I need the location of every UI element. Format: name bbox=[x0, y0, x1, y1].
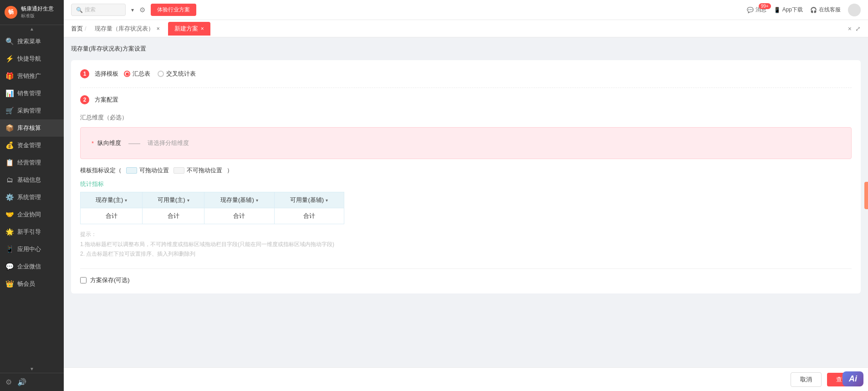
tab-new-scheme-label: 新建方案 bbox=[174, 25, 198, 33]
sidebar-item-label: 基础信息 bbox=[17, 176, 41, 184]
template-radio-group: 汇总表 交叉统计表 bbox=[124, 70, 196, 78]
col-chevron-3: ▾ bbox=[326, 198, 328, 203]
sidebar-item-member[interactable]: 👑 畅会员 bbox=[0, 275, 64, 293]
sidebar-item-management[interactable]: 📋 经营管理 bbox=[0, 154, 64, 171]
col-label-1: 可用量(主) bbox=[158, 196, 185, 204]
sidebar-item-sales[interactable]: 📊 销售管理 bbox=[0, 85, 64, 102]
scroll-up-arrow[interactable]: ▲ bbox=[30, 26, 34, 31]
sidebar-nav: 🔍 搜索菜单 ⚡ 快捷导航 🎁 营销推广 📊 销售管理 🛒 采购管理 📦 库存核… bbox=[0, 33, 64, 365]
tip-title: 提示： bbox=[80, 230, 852, 240]
scroll-down-arrow[interactable]: ▼ bbox=[30, 366, 34, 371]
search-placeholder: 搜索 bbox=[85, 6, 96, 14]
settings-icon[interactable]: ⚙ bbox=[5, 378, 12, 386]
col-header-1[interactable]: 可用量(主) ▾ bbox=[143, 192, 204, 208]
sidebar-item-system[interactable]: ⚙️ 系统管理 bbox=[0, 189, 64, 206]
sidebar-item-search[interactable]: 🔍 搜索菜单 bbox=[0, 33, 64, 50]
search-icon: 🔍 bbox=[76, 7, 83, 13]
tips-section: 提示： 1.拖动标题栏可以调整布局，不可跨维度或指标区域拖动栏目字段(只能在同一… bbox=[80, 230, 852, 259]
app-name: 畅康通好生意 bbox=[21, 5, 54, 13]
cell-0-2: 合计 bbox=[204, 208, 274, 224]
topbar-dropdown[interactable]: ▾ bbox=[131, 7, 134, 13]
tab-home[interactable]: 首页 bbox=[71, 25, 83, 33]
radio-cross-circle bbox=[158, 71, 164, 77]
summary-dimension-label: 汇总维度（必选） bbox=[80, 114, 128, 121]
summary-dimension-title: 汇总维度（必选） bbox=[80, 113, 852, 122]
col-dropdown-1[interactable]: 可用量(主) ▾ bbox=[158, 196, 189, 204]
tabs-actions: × ⤢ bbox=[848, 25, 861, 32]
sidebar-scroll-down[interactable]: ▼ bbox=[0, 365, 64, 373]
tab-inventory[interactable]: 现存量（库存状况表） × bbox=[88, 22, 166, 36]
message-button[interactable]: 💬 消息 99+ bbox=[747, 6, 766, 14]
sidebar-item-marketing[interactable]: 🎁 营销推广 bbox=[0, 67, 64, 85]
search-icon: 🔍 bbox=[5, 37, 14, 46]
gear-icon[interactable]: ⚙ bbox=[139, 6, 145, 14]
col-header-2[interactable]: 现存量(基辅) ▾ bbox=[204, 192, 274, 208]
online-service-button[interactable]: 🎧 在线客服 bbox=[810, 6, 841, 14]
cell-0-3: 合计 bbox=[274, 208, 344, 224]
save-scheme-checkbox[interactable] bbox=[80, 277, 87, 283]
tab-inventory-close[interactable]: × bbox=[157, 26, 160, 32]
tab-new-scheme-close[interactable]: × bbox=[201, 26, 204, 32]
experience-button[interactable]: 体验行业方案 bbox=[151, 4, 196, 16]
col-label-0: 现存量(主) bbox=[96, 196, 123, 204]
sidebar-item-label: 企业微信 bbox=[17, 262, 41, 271]
dropdown-chevron-icon: ▾ bbox=[131, 7, 134, 13]
app-label: App下载 bbox=[782, 6, 803, 14]
col-dropdown-2[interactable]: 现存量(基辅) ▾ bbox=[220, 196, 258, 204]
cooperation-icon: 🤝 bbox=[5, 211, 14, 219]
user-avatar[interactable] bbox=[848, 4, 861, 16]
app-icon: 📱 bbox=[774, 7, 781, 13]
sidebar-item-label: 营销推广 bbox=[17, 72, 41, 80]
sidebar-item-newbie[interactable]: 🌟 新手引导 bbox=[0, 223, 64, 241]
step2-badge: 2 bbox=[80, 95, 89, 104]
not-draggable-label: 不可拖动位置 bbox=[187, 166, 222, 175]
sidebar-item-quick-nav[interactable]: ⚡ 快捷导航 bbox=[0, 50, 64, 67]
cell-0-1: 合计 bbox=[143, 208, 204, 224]
dimension-placeholder: * 纵向维度 —— 请选择分组维度 bbox=[92, 139, 189, 147]
tabs-bar: 首页 / 现存量（库存状况表） × 新建方案 × × ⤢ bbox=[64, 20, 868, 37]
sidebar-item-wechat[interactable]: 💬 企业微信 bbox=[0, 258, 64, 275]
sidebar-scroll-up[interactable]: ▲ bbox=[0, 25, 64, 33]
sidebar-item-label: 新手引导 bbox=[17, 228, 41, 236]
draggable-box bbox=[126, 167, 137, 174]
ai-badge[interactable]: Ai bbox=[842, 371, 863, 386]
app-logo-icon: 畅 bbox=[5, 6, 17, 19]
app-center-icon: 📱 bbox=[5, 245, 14, 253]
cancel-button[interactable]: 取消 bbox=[791, 372, 822, 387]
topbar-search[interactable]: 🔍 搜索 bbox=[71, 4, 126, 16]
radio-summary-table[interactable]: 汇总表 bbox=[124, 70, 150, 78]
sidebar-item-finance[interactable]: 💰 资金管理 bbox=[0, 137, 64, 154]
inventory-icon: 📦 bbox=[5, 124, 14, 132]
sidebar-item-label: 资金管理 bbox=[17, 141, 41, 149]
col-dropdown-0[interactable]: 现存量(主) ▾ bbox=[96, 196, 128, 204]
dimension-asterisk: * bbox=[92, 140, 94, 147]
app-download-button[interactable]: 📱 App下载 bbox=[774, 6, 803, 14]
save-scheme-label: 方案保存(可选) bbox=[90, 276, 130, 284]
col-dropdown-3[interactable]: 可用量(基辅) ▾ bbox=[290, 196, 328, 204]
tip-1: 1.拖动标题栏可以调整布局，不可跨维度或指标区域拖动栏目字段(只能在同一维度或指… bbox=[80, 240, 852, 250]
tab-close-action[interactable]: × bbox=[848, 25, 852, 32]
wechat-icon: 💬 bbox=[5, 262, 14, 271]
step1-row: 1 选择模板 汇总表 交叉统计表 bbox=[80, 69, 852, 78]
tab-expand-action[interactable]: ⤢ bbox=[855, 25, 861, 32]
sidebar-item-basic[interactable]: 🗂 基础信息 bbox=[0, 171, 64, 189]
col-chevron-0: ▾ bbox=[125, 198, 127, 203]
sound-icon[interactable]: 🔊 bbox=[17, 378, 26, 386]
right-edge-handle[interactable] bbox=[864, 182, 868, 209]
col-header-3[interactable]: 可用量(基辅) ▾ bbox=[274, 192, 344, 208]
dimension-dash: —— bbox=[128, 140, 140, 147]
sidebar-item-inventory[interactable]: 📦 库存核算 bbox=[0, 119, 64, 137]
main-area: 🔍 搜索 ▾ ⚙ 体验行业方案 💬 消息 99+ 📱 App下载 🎧 在线客服 bbox=[64, 0, 868, 391]
sidebar-item-label: 采购管理 bbox=[17, 107, 41, 115]
col-header-0[interactable]: 现存量(主) ▾ bbox=[81, 192, 143, 208]
step1-badge: 1 bbox=[80, 69, 89, 78]
dimension-area[interactable]: * 纵向维度 —— 请选择分组维度 bbox=[80, 127, 852, 159]
tip-2: 2. 点击标题栏下拉可设置排序、插入列和删除列 bbox=[80, 249, 852, 259]
sidebar-item-cooperation[interactable]: 🤝 企业协同 bbox=[0, 206, 64, 223]
tab-new-scheme[interactable]: 新建方案 × bbox=[168, 22, 210, 36]
sidebar-item-app-center[interactable]: 📱 应用中心 bbox=[0, 241, 64, 258]
sidebar-item-label: 应用中心 bbox=[17, 245, 41, 253]
sidebar-item-purchase[interactable]: 🛒 采购管理 bbox=[0, 102, 64, 119]
sidebar: 畅 畅康通好生意 标准版 ▲ 🔍 搜索菜单 ⚡ 快捷导航 🎁 营销推广 📊 销售… bbox=[0, 0, 64, 391]
radio-cross-table[interactable]: 交叉统计表 bbox=[158, 70, 196, 78]
